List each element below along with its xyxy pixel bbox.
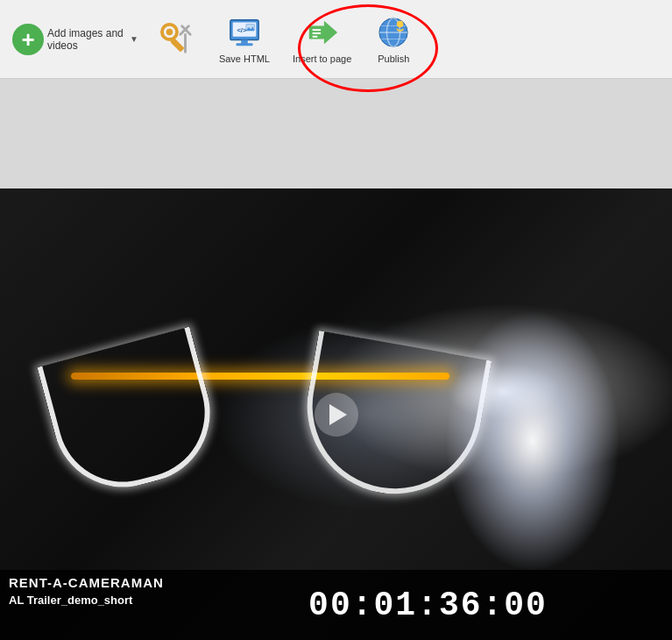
dropdown-arrow-icon: ▼ — [130, 34, 138, 44]
toolbar: + Add images and videos ▼ — [0, 0, 672, 79]
tools-button[interactable] — [151, 17, 203, 62]
timecode-display: 00:01:36:00 — [184, 570, 672, 640]
add-images-videos-label: Add images and videos — [47, 27, 126, 52]
insert-icon — [305, 15, 340, 50]
svg-rect-10 — [236, 43, 252, 46]
publish-icon — [376, 15, 411, 50]
publish-button[interactable]: Publish — [367, 10, 420, 69]
play-icon — [329, 404, 347, 425]
insert-to-page-label: Insert to page — [293, 53, 351, 64]
add-images-videos-button[interactable]: + Add images and videos ▼ — [9, 18, 142, 60]
save-html-label: Save HTML — [219, 53, 270, 64]
brand-label: RENT-A-CAMERAMAN AL Trailer_demo_short — [0, 570, 184, 640]
save-html-icon: </> — [227, 15, 262, 50]
plus-icon: + — [12, 24, 44, 55]
svg-point-2 — [166, 28, 173, 35]
brand-name: RENT-A-CAMERAMAN — [9, 575, 175, 590]
clip-name: AL Trailer_demo_short — [9, 594, 175, 607]
save-html-button[interactable]: </> Save HTML — [212, 10, 277, 69]
video-player[interactable]: RENT-A-CAMERAMAN AL Trailer_demo_short 0… — [0, 188, 672, 640]
wrench-icon — [159, 22, 195, 57]
video-bottom-bar: RENT-A-CAMERAMAN AL Trailer_demo_short 0… — [0, 570, 672, 640]
svg-point-21 — [397, 20, 404, 27]
u-light-left — [37, 326, 225, 502]
play-button[interactable] — [315, 393, 358, 437]
gray-strip — [0, 79, 672, 188]
svg-text:</>: </> — [237, 26, 247, 34]
timecode-value: 00:01:36:00 — [308, 587, 548, 624]
publish-label: Publish — [378, 53, 409, 64]
headlight-glow — [445, 309, 620, 572]
insert-to-page-button[interactable]: Insert to page — [286, 10, 358, 69]
